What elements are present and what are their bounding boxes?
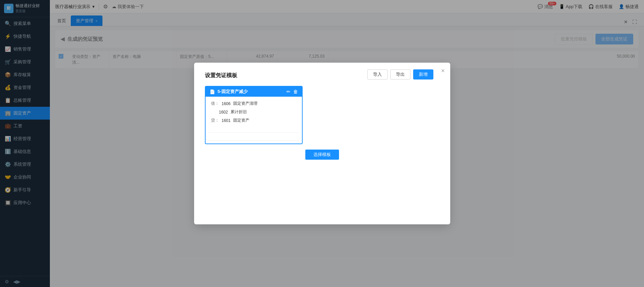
debit-code-1: 1606 bbox=[222, 101, 231, 106]
modal-close-button[interactable]: × bbox=[441, 67, 445, 74]
debit-account-1: 固定资产清理 bbox=[233, 101, 257, 106]
modal-overlay: 设置凭证模板 导入 导出 新增 × 📄 5-固定资产减少 bbox=[50, 26, 644, 287]
select-template-button[interactable]: 选择模板 bbox=[305, 150, 339, 160]
modal-dialog: 设置凭证模板 导入 导出 新增 × 📄 5-固定资产减少 bbox=[194, 63, 450, 224]
template-empty-row-2 bbox=[208, 133, 299, 141]
template-card-header: 📄 5-固定资产减少 ✏ 🗑 bbox=[206, 87, 302, 97]
main-area: 医疗器械行业演示 ▾ ⚙ ☁ 我要体验一下 💬 消息 99+ 📱 App下载 bbox=[50, 0, 644, 287]
debit-account-2: 累计折旧 bbox=[231, 109, 247, 115]
credit-label: 贷： bbox=[211, 118, 219, 123]
credit-account: 固定资产 bbox=[233, 118, 249, 123]
debit-label: 借： bbox=[211, 101, 219, 106]
modal-action-buttons: 导入 导出 新增 bbox=[367, 69, 433, 79]
template-doc-icon: 📄 bbox=[210, 89, 215, 94]
import-button[interactable]: 导入 bbox=[367, 69, 388, 79]
new-template-button[interactable]: 新增 bbox=[413, 69, 433, 79]
template-edit-button[interactable]: ✏ bbox=[286, 89, 290, 94]
template-debit-row-2: 1602 累计折旧 bbox=[208, 108, 299, 116]
template-credit-row: 贷： 1601 固定资产 bbox=[208, 116, 299, 125]
content-area: ◀ 生成的凭证预览 批量凭控模板 全部生成凭证 ✓ 变动类型：资产清... 资产… bbox=[50, 26, 644, 287]
template-debit-row-1: 借： 1606 固定资产清理 bbox=[208, 99, 299, 108]
template-empty-row bbox=[208, 125, 299, 133]
template-card-actions: ✏ 🗑 bbox=[286, 89, 298, 94]
credit-code: 1601 bbox=[222, 118, 231, 123]
template-card-title: 5-固定资产减少 bbox=[218, 89, 284, 95]
debit-code-2: 1602 bbox=[219, 110, 228, 115]
export-button[interactable]: 导出 bbox=[390, 69, 410, 79]
template-card: 📄 5-固定资产减少 ✏ 🗑 借： 1606 固定资产清理 bbox=[205, 86, 303, 144]
template-card-body: 借： 1606 固定资产清理 1602 累计折旧 贷： 1601 bbox=[206, 97, 302, 144]
template-delete-button[interactable]: 🗑 bbox=[293, 89, 298, 94]
